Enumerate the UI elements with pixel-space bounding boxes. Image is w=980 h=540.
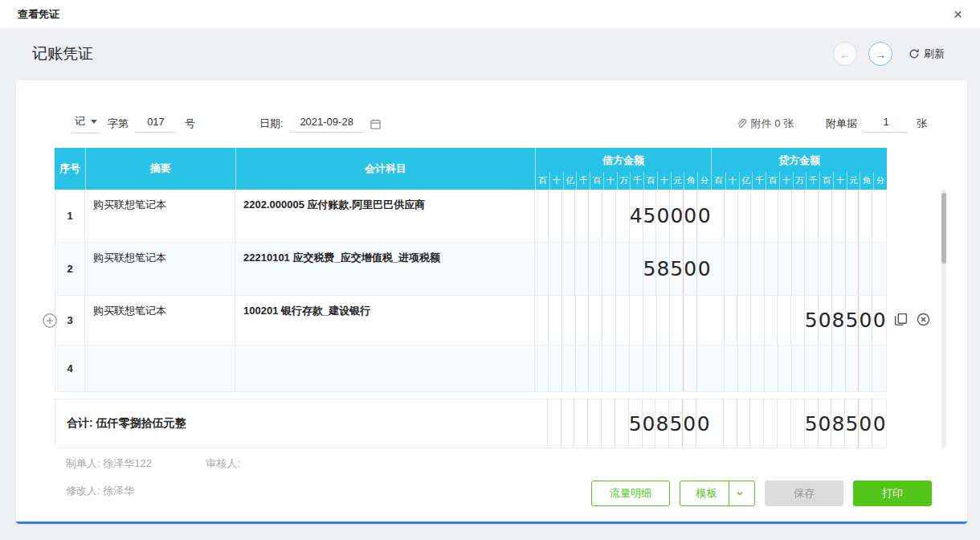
modifier-value: 徐泽华 xyxy=(103,485,134,497)
calendar-icon[interactable] xyxy=(370,118,382,130)
preparer-value: 徐泽华122 xyxy=(103,457,152,469)
zi-label: 字第 xyxy=(108,117,129,131)
table-scrollbar[interactable] xyxy=(941,190,946,448)
meta-line-2: 修改人: 徐泽华 xyxy=(66,484,240,498)
header-actions: ← → 刷新 xyxy=(833,42,945,66)
view-voucher-window: 查看凭证 × 记账凭证 ← → 刷新 记 字第 017 号 日期 xyxy=(0,0,980,540)
caret-down-icon xyxy=(91,120,97,124)
dialog-title: 查看凭证 xyxy=(18,7,59,22)
copy-icon xyxy=(894,313,908,326)
debit-cell[interactable] xyxy=(535,296,711,345)
total-debit-cell: 508500 xyxy=(534,399,710,448)
arrow-right-icon: → xyxy=(875,47,887,61)
reviewer-label: 审核人: xyxy=(206,457,240,469)
column-header-subject: 会计科目 xyxy=(235,148,535,190)
arrow-left-icon: ← xyxy=(839,47,851,61)
voucher-card: 记 字第 017 号 日期: 2021-09-28 附件 0 张 附单据 1 xyxy=(16,80,967,524)
credit-cell[interactable] xyxy=(711,243,887,295)
debit-cell[interactable]: 450000 xyxy=(535,190,711,242)
total-label: 合计: 伍仟零捌拾伍元整 xyxy=(55,399,534,448)
credit-digit-columns: 百十亿千百十万千百十元角分 xyxy=(712,172,887,190)
add-row-button[interactable] xyxy=(42,313,58,329)
attachment-link[interactable]: 附件 0 张 xyxy=(751,117,794,131)
voucher-number-input[interactable]: 017 xyxy=(135,116,177,133)
credit-header-label: 贷方金额 xyxy=(712,148,887,172)
chevron-down-icon xyxy=(736,489,744,497)
template-dropdown-toggle[interactable] xyxy=(729,481,750,505)
paperclip-icon xyxy=(735,118,746,129)
row-index: 2 xyxy=(55,243,85,295)
summary-cell[interactable] xyxy=(85,346,235,391)
voucher-type-select[interactable]: 记 xyxy=(72,114,100,133)
close-icon: × xyxy=(953,6,962,22)
meta-line-1: 制单人: 徐泽华122 审核人: xyxy=(66,456,240,471)
credit-cell[interactable] xyxy=(711,190,887,242)
summary-cell[interactable]: 购买联想笔记本 xyxy=(85,296,235,345)
hao-label: 号 xyxy=(185,117,195,131)
flow-detail-button[interactable]: 流量明细 xyxy=(591,481,670,506)
refresh-label: 刷新 xyxy=(924,47,945,61)
voucher-form-row: 记 字第 017 号 日期: 2021-09-28 附件 0 张 附单据 1 xyxy=(72,111,927,137)
next-voucher-button[interactable]: → xyxy=(868,42,892,66)
table-header: 序号 摘要 会计科目 借方金额 百十亿千百十万千百十元角分 贷方金额 百十亿千百… xyxy=(55,148,887,190)
debit-digit-columns: 百十亿千百十万千百十元角分 xyxy=(536,172,711,190)
subject-cell[interactable]: 2202.000005 应付账款.阿里巴巴供应商 xyxy=(235,190,535,242)
subject-cell[interactable] xyxy=(235,346,535,391)
subject-cell[interactable]: 22210101 应交税费_应交增值税_进项税额 xyxy=(235,243,535,295)
dialog-titlebar: 查看凭证 × xyxy=(0,0,980,29)
plus-circle-icon xyxy=(42,313,58,329)
column-header-debit: 借方金额 百十亿千百十万千百十元角分 xyxy=(535,148,711,190)
footer-buttons: 流量明细 模板 保存 打印 xyxy=(591,481,932,506)
prev-voucher-button[interactable]: ← xyxy=(833,42,857,66)
debit-cell[interactable]: 58500 xyxy=(535,243,711,295)
voucher-row-4: 4 xyxy=(55,346,887,392)
page-header: 记账凭证 ← → 刷新 xyxy=(32,42,945,66)
total-credit-cell: 508500 xyxy=(710,399,886,448)
refresh-button[interactable]: 刷新 xyxy=(909,47,945,61)
voucher-row-2: 2 购买联想笔记本 22210101 应交税费_应交增值税_进项税额 58500 xyxy=(55,243,887,296)
template-label: 模板 xyxy=(685,486,729,501)
voucher-table: 序号 摘要 会计科目 借方金额 百十亿千百十万千百十元角分 贷方金额 百十亿千百… xyxy=(55,148,887,448)
scrollbar-thumb[interactable] xyxy=(941,193,946,264)
summary-cell[interactable]: 购买联想笔记本 xyxy=(85,190,235,242)
date-input[interactable]: 2021-09-28 xyxy=(290,116,364,133)
credit-cell[interactable] xyxy=(711,346,887,391)
preparer-label: 制单人: xyxy=(66,457,103,469)
row-index: 1 xyxy=(55,190,85,242)
page-title: 记账凭证 xyxy=(32,43,93,64)
save-button[interactable]: 保存 xyxy=(765,481,843,506)
row-index: 4 xyxy=(55,346,85,391)
debit-cell[interactable] xyxy=(535,346,711,391)
credit-cell[interactable]: 508500 xyxy=(711,296,887,345)
column-header-index: 序号 xyxy=(55,148,85,190)
refresh-icon xyxy=(909,48,920,59)
voucher-type-value: 记 xyxy=(75,114,85,129)
summary-cell[interactable]: 购买联想笔记本 xyxy=(85,243,235,295)
voucher-meta: 制单人: 徐泽华122 审核人: 修改人: 徐泽华 xyxy=(66,456,240,511)
copy-row-button[interactable] xyxy=(893,313,908,327)
delete-row-button[interactable] xyxy=(916,313,930,327)
circle-x-icon xyxy=(917,313,930,326)
debit-header-label: 借方金额 xyxy=(536,148,711,172)
row-actions xyxy=(893,313,930,327)
receipts-input[interactable]: 1 xyxy=(864,116,909,133)
subject-cell[interactable]: 100201 银行存款_建设银行 xyxy=(235,296,535,345)
attachment-group: 附件 0 张 附单据 1 张 xyxy=(735,116,927,133)
date-label: 日期: xyxy=(259,117,284,131)
table-body: 1 购买联想笔记本 2202.000005 应付账款.阿里巴巴供应商 45000… xyxy=(55,190,887,392)
modifier-label: 修改人: xyxy=(66,485,103,497)
column-header-credit: 贷方金额 百十亿千百十万千百十元角分 xyxy=(711,148,887,190)
column-header-summary: 摘要 xyxy=(85,148,235,190)
close-button[interactable]: × xyxy=(953,6,962,22)
voucher-row-1: 1 购买联想笔记本 2202.000005 应付账款.阿里巴巴供应商 45000… xyxy=(55,190,887,243)
receipts-label: 附单据 xyxy=(826,117,857,131)
print-button[interactable]: 打印 xyxy=(853,481,932,506)
total-row: 合计: 伍仟零捌拾伍元整 508500 508500 xyxy=(55,399,887,448)
row-index: 3 xyxy=(55,296,85,345)
voucher-row-3: 3 购买联想笔记本 100201 银行存款_建设银行 508500 xyxy=(55,296,887,346)
receipts-unit-label: 张 xyxy=(917,117,927,131)
template-button[interactable]: 模板 xyxy=(680,481,755,506)
